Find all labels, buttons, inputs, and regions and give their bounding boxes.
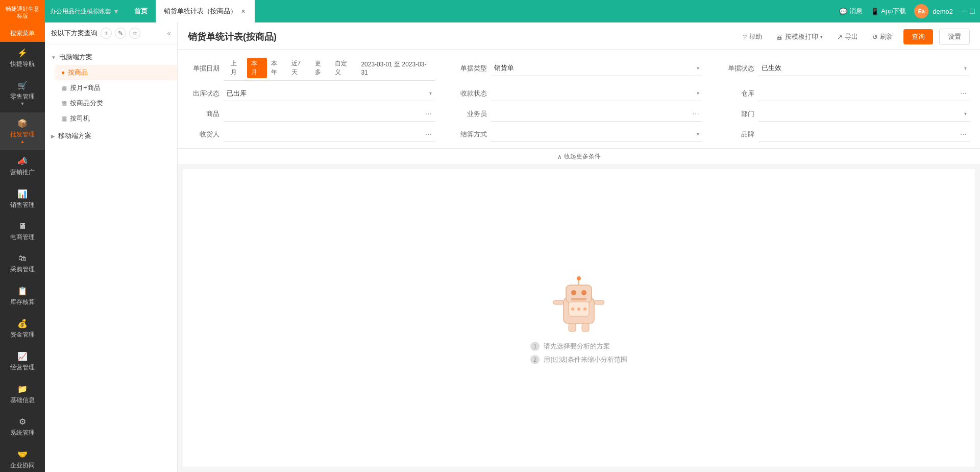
settings-button[interactable]: 设置	[939, 29, 970, 45]
tree-group-mobile-header[interactable]: ▶ 移动端方案	[45, 128, 177, 144]
sidebar-item-system[interactable]: ⚙ 系统管理	[0, 411, 45, 443]
sidebar-item-retail[interactable]: 🛒 零售管理 ▼	[0, 75, 45, 112]
filter-row-2: 出库状态 已出库 ▾ 收款状态 ▾ 仓库 ···	[188, 86, 970, 101]
receiver-label: 收货人	[188, 130, 224, 139]
company-icon: 🤝	[17, 450, 28, 459]
export-button[interactable]: ↗ 导出	[833, 30, 862, 43]
collapse-panel-button[interactable]: «	[167, 29, 171, 37]
operations-icon: 📈	[17, 351, 28, 361]
tab-home[interactable]: 首页	[126, 0, 156, 22]
product-label: 商品	[188, 109, 224, 119]
tree-section: ▼ 电脑端方案 ● 按商品 ▦ 按月+商品 ▦	[45, 44, 177, 149]
maximize-button[interactable]: □	[970, 7, 975, 16]
user-menu[interactable]: Ea demo2	[914, 4, 953, 18]
topbar-right: 💬 消息 📱 App下载 Ea demo2 − □	[839, 4, 975, 18]
tree-item-bymonthproduct[interactable]: ▦ 按月+商品	[55, 80, 177, 96]
sidebar-item-quicknav[interactable]: ⚡ 快捷导航	[0, 42, 45, 75]
sidebar-item-finance[interactable]: 💰 资金管理	[0, 313, 45, 345]
docstatus-control[interactable]: 已生效 ▾	[758, 61, 970, 76]
basics-icon: 📁	[17, 384, 28, 394]
message-icon: 💬	[839, 8, 847, 15]
date-tab-lastmonth[interactable]: 上月	[227, 58, 247, 78]
sidebar-item-marketing[interactable]: 📣 营销推广	[0, 150, 45, 183]
window-controls: − □	[961, 7, 975, 16]
page-title: 销货单统计表(按商品)	[188, 31, 739, 43]
product-control[interactable]: ···	[224, 106, 435, 122]
svg-rect-8	[594, 300, 604, 304]
tree-group-mobile: ▶ 移动端方案	[45, 127, 177, 145]
tree-group-mobile-label: 移动端方案	[58, 131, 91, 140]
collectstatus-control[interactable]: ▾	[491, 86, 702, 101]
step-num-1: 1	[530, 342, 540, 351]
sidebar-logo: 畅捷通好生意 标版	[0, 0, 45, 25]
product-dots-icon[interactable]: ···	[425, 109, 432, 119]
tree-item-byclerk[interactable]: ▦ 按司机	[55, 111, 177, 126]
tree-toggle-mobile-icon: ▶	[51, 133, 55, 139]
sidebar-item-basics[interactable]: 📁 基础信息	[0, 378, 45, 411]
sidebar-item-operations[interactable]: 📈 经营管理	[0, 345, 45, 378]
refresh-button[interactable]: ↺ 刷新	[868, 30, 897, 43]
tab-close-icon[interactable]: ✕	[240, 7, 247, 16]
filter-row-1: 单据日期 上月 本月 本年 近7天 更多 自定义 2023-03-01 至 20…	[188, 56, 970, 81]
department-control[interactable]: ▾	[758, 106, 970, 122]
breadcrumb-dropdown-icon[interactable]: ▾	[114, 7, 118, 15]
tree-item-byproductcat[interactable]: ▦ 按商品分类	[55, 96, 177, 111]
warehouse-control[interactable]: ···	[758, 86, 970, 101]
empty-state-text: 1 请先选择要分析的方案 2 用[过滤]条件来缩小分析范围	[530, 342, 627, 364]
date-tab-more[interactable]: 更多	[311, 58, 331, 78]
outstatus-control[interactable]: 已出库 ▾	[224, 86, 435, 101]
print-button[interactable]: 🖨 按模板打印 ▾	[772, 30, 827, 43]
salesperson-dots-icon[interactable]: ···	[693, 109, 699, 119]
step-text-2: 用[过滤]条件来缩小分析范围	[544, 355, 627, 364]
retail-icon: 🛒	[17, 81, 28, 90]
message-button[interactable]: 💬 消息	[839, 7, 863, 16]
right-content: 销货单统计表(按商品) ? 帮助 🖨 按模板打印 ▾ ↗ 导出	[178, 22, 980, 472]
help-button[interactable]: ? 帮助	[739, 30, 766, 43]
ecommerce-icon: 🖥	[18, 222, 27, 231]
receiver-dots-icon[interactable]: ···	[425, 130, 432, 139]
query-button[interactable]: 查询	[903, 29, 933, 44]
sidebar-item-ecommerce[interactable]: 🖥 电商管理	[0, 216, 45, 248]
date-tab-thisyear[interactable]: 本年	[267, 58, 287, 78]
tree-group-desktop: ▼ 电脑端方案 ● 按商品 ▦ 按月+商品 ▦	[45, 49, 177, 127]
empty-state: 1 请先选择要分析的方案 2 用[过滤]条件来缩小分析范围	[183, 169, 975, 467]
doctype-arrow-icon: ▾	[697, 65, 699, 71]
salesperson-control[interactable]: ···	[491, 106, 702, 122]
date-label: 单据日期	[188, 64, 224, 73]
brand-dots-icon[interactable]: ···	[960, 130, 967, 139]
receiver-control[interactable]: ···	[224, 127, 435, 142]
doctype-control[interactable]: 销货单 ▾	[491, 61, 702, 76]
sidebar-item-inventory[interactable]: 📋 库存核算	[0, 280, 45, 313]
sidebar-item-sales[interactable]: 📊 销售管理	[0, 183, 45, 216]
outstatus-arrow-icon: ▾	[429, 90, 432, 96]
settlement-control[interactable]: ▾	[491, 127, 702, 142]
tree-item-byproduct[interactable]: ● 按商品	[55, 65, 177, 80]
date-tab-thismonth[interactable]: 本月	[247, 58, 267, 78]
brand-control[interactable]: ···	[758, 127, 970, 142]
sidebar-item-company[interactable]: 🤝 企业协同	[0, 443, 45, 472]
warehouse-dots-icon[interactable]: ···	[960, 89, 967, 98]
tree-group-desktop-header[interactable]: ▼ 电脑端方案	[45, 50, 177, 65]
date-tab-7days[interactable]: 近7天	[287, 58, 311, 78]
sidebar-item-purchase[interactable]: 🛍 采购管理	[0, 248, 45, 280]
svg-point-14	[583, 308, 586, 311]
collapse-bar[interactable]: ∧ 收起更多条件	[178, 149, 980, 164]
minimize-button[interactable]: −	[961, 7, 966, 16]
edit-scheme-button[interactable]: ✎	[115, 28, 126, 39]
collapse-icon: ∧	[557, 153, 562, 160]
app-download-button[interactable]: 📱 App下载	[871, 7, 906, 16]
more-scheme-button[interactable]: ☆	[129, 28, 140, 39]
tree-item-icon-4: ▦	[61, 115, 67, 122]
date-filter: 上月 本月 本年 近7天 更多 自定义 2023-03-01 至 2023-03…	[224, 56, 435, 81]
empty-illustration	[548, 272, 609, 334]
print-dropdown-icon: ▾	[820, 34, 823, 39]
sidebar-item-wholesale[interactable]: 📦 批发管理 ▲	[0, 112, 45, 150]
empty-state-line-2: 2 用[过滤]条件来缩小分析范围	[530, 355, 627, 364]
sidebar-item-search[interactable]: 搜索菜单	[0, 25, 45, 42]
svg-rect-7	[553, 300, 564, 304]
add-scheme-button[interactable]: +	[101, 28, 112, 39]
empty-state-line-1: 1 请先选择要分析的方案	[530, 342, 627, 351]
collectstatus-label: 收款状态	[455, 89, 491, 98]
tab-report[interactable]: 销货单统计表（按商品） ✕	[156, 0, 255, 22]
date-tab-custom[interactable]: 自定义	[331, 58, 357, 78]
